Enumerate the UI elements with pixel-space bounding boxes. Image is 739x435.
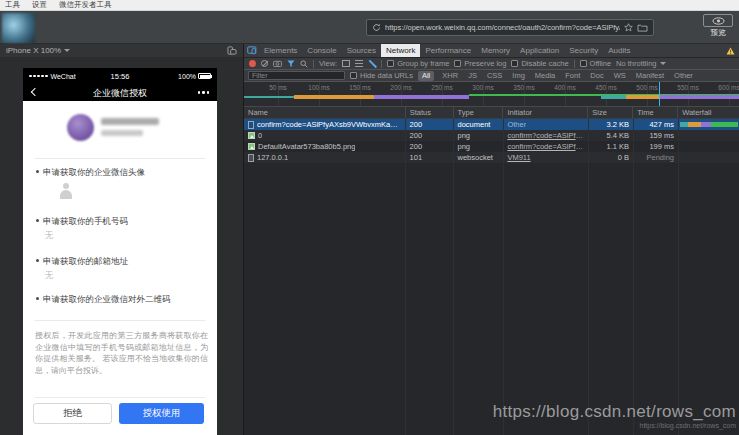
search-icon[interactable] [300,60,308,68]
initiator-cell: Other [503,120,588,129]
tab-memory[interactable]: Memory [476,44,515,57]
record-icon[interactable] [249,60,256,67]
warning-icon[interactable] [726,44,739,57]
table-row[interactable]: confirm?code=ASlPfyAXsb9VWbvxmKae5AY8pE8… [244,119,739,130]
type-cell: websocket [454,153,504,162]
more-options-icon[interactable] [198,91,210,94]
waterfall-cell [678,141,739,152]
bullet-icon [36,219,39,222]
size-cell: 0 B [588,153,633,162]
folder-icon[interactable] [637,23,648,32]
rotate-icon[interactable] [227,46,237,55]
overview-waterfall-segment [244,96,294,98]
status-cell: 200 [406,131,454,140]
tab-security[interactable]: Security [564,44,603,57]
tab-audits[interactable]: Audits [603,44,635,57]
filter-funnel-icon[interactable] [287,60,295,68]
view-list-icon[interactable] [355,60,363,67]
view-label: View: [319,59,337,68]
table-row[interactable]: 127.0.0.1101websocketVM9110 BPending [244,152,739,163]
group-by-frame-checkbox[interactable]: Group by frame [387,59,449,68]
filter-type-ws[interactable]: WS [612,71,628,80]
bullet-icon [36,259,39,262]
column-separator [405,107,406,435]
filter-type-doc[interactable]: Doc [588,71,605,80]
battery-icon [198,73,211,79]
initiator-link[interactable]: confirm?code=ASlPfyAXsb9... [507,142,584,151]
bullet-icon [36,170,39,173]
preview-button[interactable]: 预览 [703,14,733,38]
filter-type-img[interactable]: Img [510,71,527,80]
request-name: 0 [258,131,262,140]
hide-data-urls-checkbox[interactable]: Hide data URLs [350,71,413,80]
network-overview[interactable]: 50 ms100 ms150 ms200 ms250 ms300 ms350 m… [244,82,739,107]
camera-icon[interactable] [273,60,282,67]
refresh-icon[interactable] [372,23,381,32]
waterfall-bar-segment [711,122,738,127]
corp-avatar [67,114,94,141]
filter-type-all[interactable]: All [418,71,434,81]
column-header-waterfall[interactable]: Waterfall [678,107,739,118]
table-row[interactable]: 0200pngconfirm?code=ASlPfyAXsb9...5.4 KB… [244,130,739,141]
overview-tick-label: 600 ms [718,84,739,91]
divider [35,397,205,398]
authorize-button[interactable]: 授权使用 [119,403,204,424]
clear-icon[interactable] [261,60,268,67]
tab-elements[interactable]: Elements [259,44,302,57]
tab-console[interactable]: Console [302,44,341,57]
column-header-name[interactable]: Name [244,107,406,118]
disable-cache-checkbox[interactable]: Disable cache [511,59,568,68]
filter-type-xhr[interactable]: XHR [440,71,460,80]
menu-item-0[interactable]: 工具 [5,0,20,10]
initiator-link[interactable]: confirm?code=ASlPfyAXsb9... [507,131,584,140]
tab-network[interactable]: Network [381,44,420,57]
address-bar[interactable]: https://open.work.weixin.qq.com/connect/… [366,19,654,36]
filter-type-other[interactable]: Other [672,71,695,80]
menu-item-2[interactable]: 微信开发者工具 [59,0,112,10]
menu-item-1[interactable]: 设置 [32,0,47,10]
battery-percent: 100% [178,73,196,80]
overview-tick-label: 550 ms [677,84,698,91]
filter-type-js[interactable]: JS [466,71,479,80]
checkbox-label: Preserve log [464,59,506,68]
throttling-select[interactable]: No throttling [616,59,665,68]
view-grid-icon[interactable] [342,60,350,67]
divider [35,158,205,159]
column-header-time[interactable]: Time [633,107,678,118]
permission-value: 无 [45,270,54,282]
filter-type-media[interactable]: Media [533,71,557,80]
filter-type-css[interactable]: CSS [485,71,504,80]
filter-input[interactable]: Filter [248,71,345,80]
filter-type-font[interactable]: Font [563,71,582,80]
devtools-panel: ElementsConsoleSourcesNetworkPerformance… [243,44,739,435]
waterfall-cell [678,130,739,141]
preserve-log-checkbox[interactable]: Preserve log [454,59,506,68]
offline-checkbox[interactable]: Offline [580,59,612,68]
checkbox-label: Disable cache [521,59,568,68]
checkbox-icon [454,60,461,67]
column-header-size[interactable]: Size [588,107,633,118]
column-header-type[interactable]: Type [454,107,504,118]
permission-item-0: 申请获取你的企业微信头像 [36,167,211,179]
overview-tick-label: 350 ms [513,84,534,91]
bookmark-star-icon[interactable] [624,23,633,32]
checkbox-icon [511,60,518,67]
column-header-status[interactable]: Status [406,107,454,118]
disclaimer-text: 授权后，开发此应用的第三方服务商将获取你在企业微信中填写的手机号码或邮箱地址信息… [35,330,208,376]
phone-nav-bar: 企业微信授权 [23,84,217,101]
deny-button[interactable]: 拒绝 [33,403,112,424]
size-cell: 5.4 KB [588,131,633,140]
column-header-initiator[interactable]: Initiator [503,107,588,118]
overview-toggle-icon[interactable] [368,60,376,68]
initiator-link[interactable]: VM911 [507,153,530,162]
filter-type-manifest[interactable]: Manifest [634,71,666,80]
device-toggle-icon[interactable] [244,44,259,57]
size-cell: 1.1 KB [588,142,633,151]
account-avatar[interactable] [2,13,35,43]
tab-application[interactable]: Application [515,44,564,57]
device-selector[interactable]: iPhone X 100% [6,46,61,55]
permission-item-2: 申请获取你的邮箱地址 [36,256,211,268]
table-row[interactable]: DefaultAvatar573ba80b5.png200pngconfirm?… [244,141,739,152]
tab-performance[interactable]: Performance [420,44,476,57]
tab-sources[interactable]: Sources [342,44,381,57]
